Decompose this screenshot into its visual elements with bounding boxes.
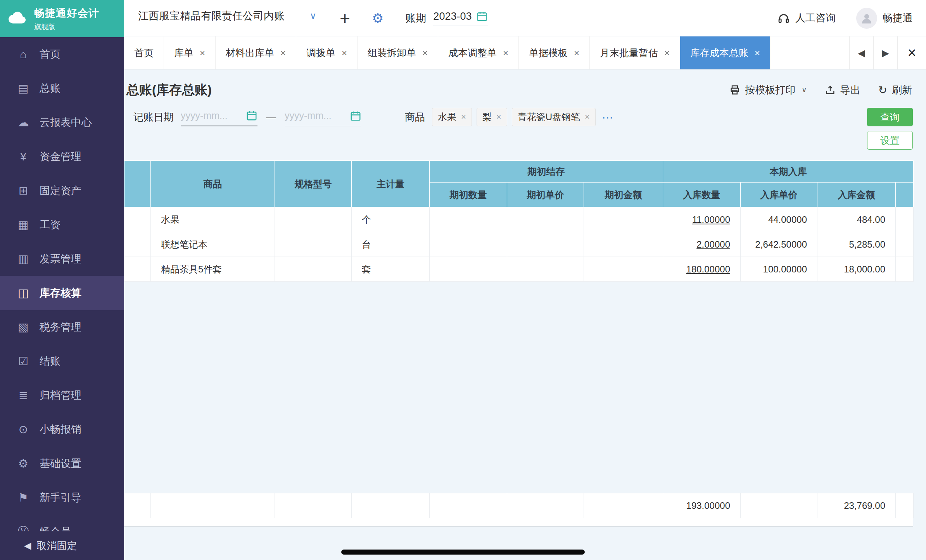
product-tag[interactable]: 青花瓷U盘钢笔×: [512, 108, 596, 126]
sidebar-item-payroll[interactable]: ▦工资: [0, 208, 124, 242]
refresh-button[interactable]: ↻ 刷新: [878, 83, 912, 97]
sidebar-item-fixed-assets[interactable]: ⊞固定资产: [0, 174, 124, 208]
product-tag[interactable]: 梨×: [477, 108, 507, 126]
horizontal-scrollbar[interactable]: [341, 550, 585, 555]
tab-label: 单据模板: [529, 47, 568, 59]
close-all-tabs-button[interactable]: ×: [897, 36, 926, 69]
cell-in-price: 2,642.50000: [741, 232, 817, 257]
reimburse-icon: ⊙: [16, 423, 30, 436]
tab-close-icon[interactable]: ×: [755, 48, 760, 59]
table-row[interactable]: 联想笔记本 台 2.00000 2,642.50000 5,285.00: [124, 232, 914, 257]
tab-assembly-order[interactable]: 组装拆卸单×: [358, 36, 438, 69]
sum-in-price: [741, 493, 817, 518]
sidebar-item-invoice[interactable]: ▥发票管理: [0, 242, 124, 276]
sidebar-item-funds[interactable]: ¥资金管理: [0, 140, 124, 174]
tab-cost-adjustment[interactable]: 成本调整单×: [438, 36, 519, 69]
tabs-scroll-right-button[interactable]: ▶: [873, 36, 897, 69]
cell-in-price: 100.00000: [741, 257, 817, 282]
sidebar-item-settings[interactable]: ⚙基础设置: [0, 446, 124, 481]
ledger-icon: ▤: [16, 82, 30, 95]
ledger-table: 商品 规格型号 主计量 期初结存 本期入库 期初数量 期初单价 期初金额 入库数…: [124, 160, 926, 282]
tab-close-icon[interactable]: ×: [664, 48, 670, 59]
col-header-open-qty: 期初数量: [430, 183, 507, 207]
sidebar-item-archive[interactable]: ≣归档管理: [0, 378, 124, 412]
cell-product: 精品茶具5件套: [151, 257, 275, 282]
cell-cut: [124, 232, 151, 257]
open-tabs: 首页 库单× 材料出库单× 调拨单× 组装拆卸单× 成本调整单× 单据模板× 月…: [124, 36, 849, 69]
tab-close-icon[interactable]: ×: [200, 48, 205, 59]
period-picker[interactable]: 2023-03: [433, 10, 488, 26]
tab-inventory-cost-ledger[interactable]: 库存成本总账×: [680, 36, 771, 69]
product-tag[interactable]: 水果×: [432, 108, 472, 126]
avatar[interactable]: [856, 8, 877, 29]
sidebar-item-general-ledger[interactable]: ▤总账: [0, 71, 124, 105]
vertical-divider: [846, 11, 846, 25]
support-button[interactable]: 人工咨询: [777, 11, 836, 25]
tab-close-icon[interactable]: ×: [422, 48, 428, 59]
export-button[interactable]: 导出: [825, 83, 860, 97]
tab-doc-template[interactable]: 单据模板×: [519, 36, 590, 69]
sidebar-item-label: 发票管理: [40, 252, 81, 266]
unpin-label: 取消固定: [36, 539, 77, 553]
tab-close-icon[interactable]: ×: [342, 48, 347, 59]
tab-close-icon[interactable]: ×: [503, 48, 508, 59]
tab-close-icon[interactable]: ×: [280, 48, 286, 59]
tab-home[interactable]: 首页: [124, 36, 164, 69]
inventory-icon: ◫: [16, 286, 30, 300]
tag-remove-icon[interactable]: ×: [496, 112, 501, 122]
cell-cut: [124, 257, 151, 282]
table-row[interactable]: 水果 个 11.00000 44.00000 484.00: [124, 207, 914, 232]
date-to-input[interactable]: [285, 110, 346, 121]
logo-text: 畅捷通好会计 旗舰版: [34, 6, 99, 31]
unpin-button[interactable]: ◀ 取消固定: [0, 531, 124, 560]
sum-open-qty: [430, 493, 507, 518]
sidebar-item-inventory[interactable]: ◫库存核算: [0, 276, 124, 310]
main-area: 江西服宝精品有限责任公司内账 ∨ + ⚙ 账期 2023-03 人工咨询: [124, 0, 926, 560]
cell-in-qty-link[interactable]: 2.00000: [663, 232, 741, 257]
sidebar-item-cloud-reports[interactable]: ☁云报表中心: [0, 105, 124, 140]
tab-month-end-estimate[interactable]: 月末批量暂估×: [590, 36, 680, 69]
cell-in-qty-link[interactable]: 11.00000: [663, 207, 741, 232]
tab-transfer-order[interactable]: 调拨单×: [296, 36, 358, 69]
sidebar-item-label: 基础设置: [40, 457, 81, 470]
table-row[interactable]: 精品茶具5件套 套 180.00000 100.00000 18,000.00: [124, 257, 914, 282]
sidebar-item-closing[interactable]: ☑结账: [0, 344, 124, 378]
gear-icon[interactable]: ⚙: [372, 10, 384, 26]
tab-material-outbound[interactable]: 材料出库单×: [216, 36, 296, 69]
sum-cut: [124, 493, 151, 518]
sidebar-item-home[interactable]: ⌂首页: [0, 37, 124, 71]
company-selector[interactable]: 江西服宝精品有限责任公司内账 ∨: [137, 9, 320, 27]
sum-unit: [352, 493, 430, 518]
print-by-template-button[interactable]: 按模板打印 ∨: [729, 83, 807, 97]
col-header-in-price: 入库单价: [741, 183, 817, 207]
calendar-icon[interactable]: [350, 110, 361, 122]
query-button[interactable]: 查询: [867, 108, 913, 126]
col-header-spec: 规格型号: [275, 161, 352, 207]
settings-button[interactable]: 设置: [867, 131, 913, 150]
tab-close-icon[interactable]: ×: [574, 48, 579, 59]
add-button[interactable]: +: [340, 9, 350, 27]
tag-remove-icon[interactable]: ×: [585, 112, 590, 122]
col-header-product: 商品: [151, 161, 275, 207]
more-tags-icon[interactable]: ⋯: [602, 110, 613, 124]
sidebar-item-guide[interactable]: ⚑新手引导: [0, 481, 124, 515]
product-filter: 商品 水果× 梨× 青花瓷U盘钢笔× ⋯: [405, 108, 613, 126]
sidebar-item-tax[interactable]: ▧税务管理: [0, 310, 124, 344]
cell-product: 联想笔记本: [151, 232, 275, 257]
sidebar-item-reimburse[interactable]: ⊙小畅报销: [0, 412, 124, 446]
cell-in-qty-link[interactable]: 180.00000: [663, 257, 741, 282]
cell-spec: [275, 232, 352, 257]
tabs-scroll-left-button[interactable]: ◀: [849, 36, 873, 69]
cell-in-amount: 484.00: [817, 207, 896, 232]
logo-subtitle: 旗舰版: [34, 22, 99, 31]
product-filter-label: 商品: [405, 108, 425, 126]
refresh-label: 刷新: [892, 83, 912, 97]
funds-icon: ¥: [16, 150, 30, 163]
calendar-icon[interactable]: [246, 110, 257, 121]
print-label: 按模板打印: [745, 83, 795, 97]
tag-remove-icon[interactable]: ×: [461, 112, 466, 122]
tab-inbound-order[interactable]: 库单×: [164, 36, 216, 69]
date-from-input[interactable]: [181, 110, 242, 121]
sidebar-item-label: 税务管理: [40, 320, 81, 334]
tab-controls: ◀ ▶ ×: [849, 36, 926, 69]
